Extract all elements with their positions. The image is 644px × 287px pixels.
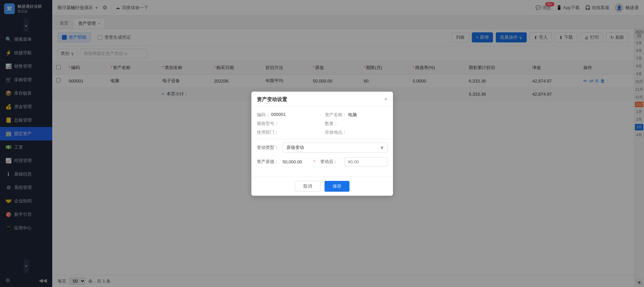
dept-label: 使用部门： — [257, 129, 279, 135]
after-change-required: * — [314, 159, 315, 164]
change-type-row: 变动类型： 原值变动 ∨ — [257, 142, 388, 153]
change-type-arrow-icon: ∨ — [380, 145, 384, 150]
dialog-body: 编码： 000001 资产名称： 电脑 规格型号： 数量： 使用部门： — [251, 106, 393, 177]
change-type-select[interactable]: 原值变动 ∨ — [283, 142, 388, 153]
dialog-close-icon[interactable]: × — [384, 96, 387, 102]
location-label: 存放地点： — [325, 129, 347, 135]
asset-original-label: 资产原值： — [257, 159, 279, 165]
dialog-location-field: 存放地点： — [325, 129, 388, 135]
save-button[interactable]: 保存 — [325, 181, 349, 192]
code-label: 编码： — [257, 112, 270, 118]
change-type-label: 变动类型： — [257, 145, 279, 151]
dialog-divider — [257, 139, 388, 139]
after-change-label: 变动后： — [320, 159, 340, 165]
dialog-quantity-field: 数量： — [325, 121, 388, 127]
dialog-asset-name-field: 资产名称： 电脑 — [325, 112, 388, 118]
cancel-button[interactable]: 取消 — [295, 181, 320, 192]
change-type-value: 原值变动 — [286, 145, 304, 151]
dialog-dept-field: 使用部门： — [257, 129, 319, 135]
asset-original-value: 50,000.00 — [283, 159, 310, 164]
asset-original-row: 资产原值： 50,000.00 * 变动后： — [257, 157, 388, 166]
after-change-input[interactable] — [344, 157, 388, 166]
dialog-code-field: 编码： 000001 — [257, 112, 319, 118]
dialog-info-section: 编码： 000001 资产名称： 电脑 规格型号： 数量： 使用部门： — [257, 112, 388, 135]
modal-overlay: 资产变动设置 × 编码： 000001 资产名称： 电脑 规格型号： 数量： — [0, 0, 644, 287]
quantity-label: 数量： — [325, 121, 338, 127]
dialog-header: 资产变动设置 × — [251, 92, 393, 106]
dialog-spec-field: 规格型号： — [257, 121, 319, 127]
dialog-footer: 取消 保存 — [251, 177, 393, 196]
asset-change-dialog: 资产变动设置 × 编码： 000001 资产名称： 电脑 规格型号： 数量： — [251, 92, 393, 196]
spec-label: 规格型号： — [257, 121, 279, 127]
after-change-field[interactable] — [348, 159, 384, 164]
code-value: 000001 — [271, 112, 286, 118]
dialog-title: 资产变动设置 — [257, 96, 287, 103]
asset-name-value: 电脑 — [348, 112, 357, 118]
asset-name-label: 资产名称： — [325, 112, 347, 118]
